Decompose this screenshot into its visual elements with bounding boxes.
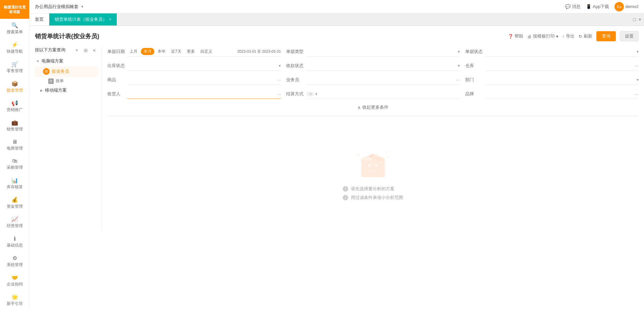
- avatar: Ea: [614, 2, 624, 11]
- outbound-control[interactable]: ▾: [127, 61, 281, 71]
- collapse-arrow-icon: ∧: [358, 105, 361, 110]
- sidebar-item-search[interactable]: 🔍 搜索菜单: [0, 19, 29, 38]
- logo-text: 畅捷通好生意 标准版: [1, 5, 28, 14]
- sidebar-item-newbie[interactable]: 🌟 新手引导: [0, 291, 29, 310]
- shortcut-icon: ⚡: [1, 42, 28, 48]
- body-layout: 按以下方案查询 + ◎ « ▼ 电脑端方案 按: [35, 47, 639, 230]
- sidebar-item-wholesale[interactable]: 📦 批发管理: [0, 77, 29, 97]
- sidebar-item-cooperation[interactable]: 🤝 企业协同: [0, 271, 29, 291]
- filter-payment-status: 收款状态 ▾: [286, 61, 460, 71]
- salesperson-control[interactable]: ···: [306, 75, 460, 85]
- sidebar-item-system[interactable]: ⚙ 系统管理: [0, 252, 29, 271]
- svg-rect-0: [361, 159, 385, 177]
- date-tabs: 上月 本月 本年 近7天 更多 自定义: [127, 48, 214, 55]
- filter-row-4: 收货人 ··· 结算方式 ×: [107, 89, 639, 99]
- tree-sub-order[interactable]: 按 按单: [35, 77, 98, 85]
- collapse-panel-btn[interactable]: «: [91, 47, 98, 53]
- tab-sales-summary[interactable]: 销货单统计表（按业务员） ×: [49, 13, 117, 25]
- tag-close-btn[interactable]: ×: [310, 92, 312, 96]
- tree-desktop-parent[interactable]: ▼ 电脑端方案: [35, 56, 98, 66]
- step-1-number: 1: [343, 186, 348, 192]
- help-btn[interactable]: ❓ 帮助: [508, 33, 523, 39]
- sidebar-item-finance[interactable]: 💰 资金管理: [0, 193, 29, 213]
- left-panel: 按以下方案查询 + ◎ « ▼ 电脑端方案 按: [35, 47, 102, 230]
- doc-type-arrow-icon: ▾: [458, 49, 460, 54]
- warehouse-control[interactable]: ···: [485, 61, 639, 71]
- brand-control[interactable]: ···: [485, 89, 639, 99]
- empty-step-1: 1 请先选择要分析的方案: [343, 186, 403, 192]
- edit-scheme-btn[interactable]: ◎: [82, 47, 89, 53]
- sidebar-item-marketing[interactable]: 📢 营销推广: [0, 97, 29, 116]
- tabs-right: □ ×: [630, 13, 644, 25]
- sidebar-item-operation[interactable]: 📈 经营管理: [0, 213, 29, 232]
- date-tab-custom[interactable]: 自定义: [198, 48, 214, 55]
- salesperson-label: 业务员: [286, 77, 304, 83]
- empty-box-svg: [353, 147, 393, 180]
- payment-method-label: 结算方式: [286, 91, 304, 97]
- refresh-btn[interactable]: ↻ 刷新: [579, 33, 592, 39]
- product-control[interactable]: ···: [127, 75, 281, 85]
- query-btn[interactable]: 查询: [596, 31, 616, 41]
- sidebar-item-basic[interactable]: ℹ 基础信息: [0, 232, 29, 252]
- help-icon: ❓: [508, 34, 513, 39]
- filter-row-2: 出库状态 ▾ 收款状态 ▾: [107, 61, 639, 71]
- receiver-dots-icon[interactable]: ···: [277, 91, 281, 97]
- doc-status-control[interactable]: ▾: [485, 47, 639, 57]
- desktop-arrow-icon: ▼: [36, 59, 40, 63]
- collapse-btn[interactable]: ∧ 收起更多条件: [354, 103, 392, 112]
- step-2-number: 2: [343, 195, 348, 200]
- warehouse-label: 仓库: [465, 63, 483, 69]
- sidebar-item-ecommerce[interactable]: 🖥 电商管理: [0, 136, 29, 155]
- app-download-btn[interactable]: 📱 App下载: [586, 4, 609, 10]
- filter-date: 单据日期 上月 本月 本年 近7天 更多 自定义: [107, 47, 281, 57]
- payment-control[interactable]: ▾: [306, 61, 460, 71]
- message-btn[interactable]: 💬 消息: [565, 4, 581, 10]
- doc-type-label: 单据类型: [286, 49, 304, 55]
- salesperson-scheme-icon: 按: [43, 68, 50, 75]
- sidebar-item-inventory[interactable]: 📊 库存核算: [0, 174, 29, 193]
- home-tab-label: 首页: [35, 16, 44, 22]
- app-icon: 📱: [586, 4, 591, 9]
- empty-step-2: 2 用过滤条件来缩小分析范围: [343, 195, 403, 201]
- topbar: 办公用品行业模拟账套 ▾ 💬 消息 📱 App下载 Ea demo2: [30, 0, 644, 13]
- date-tab-last-month[interactable]: 上月: [127, 48, 140, 55]
- department-control[interactable]: ▾: [485, 75, 639, 85]
- department-label: 部门: [465, 77, 483, 83]
- mobile-label: 移动端方案: [45, 87, 67, 93]
- sidebar-item-sales[interactable]: 💼 销售管理: [0, 116, 29, 136]
- topbar-dropdown-icon[interactable]: ▾: [81, 4, 84, 9]
- export-btn[interactable]: ↑ 导出: [562, 33, 575, 39]
- payment-arrow-icon: ▾: [458, 63, 460, 68]
- filter-outbound-status: 出库状态 ▾: [107, 61, 281, 71]
- doc-type-control[interactable]: ▾: [306, 47, 460, 57]
- desktop-label: 电脑端方案: [42, 58, 63, 64]
- product-dots-icon: ···: [277, 77, 281, 83]
- sidebar-item-purchase[interactable]: 🛍 采购管理: [0, 155, 29, 174]
- tab-close-btn[interactable]: ×: [109, 17, 111, 22]
- tab-home[interactable]: 首页: [30, 13, 49, 25]
- tree-mobile-parent[interactable]: ▶ 移动端方案: [35, 85, 98, 95]
- tab-close-all-btn[interactable]: ×: [639, 17, 641, 22]
- marketing-icon: 📢: [1, 100, 28, 106]
- filter-department: 部门 ▾: [465, 75, 639, 85]
- outbound-label: 出库状态: [107, 63, 125, 69]
- date-tab-this-month[interactable]: 本月: [141, 48, 154, 55]
- receiver-input[interactable]: [127, 91, 277, 96]
- sidebar-item-shortcut[interactable]: ⚡ 快捷导航: [0, 38, 29, 58]
- settings-btn[interactable]: 设置: [620, 31, 639, 41]
- main-content: 销货单统计表(按业务员) ❓ 帮助 🖨 按模板打印 ▾ ↑ 导出: [30, 26, 644, 310]
- user-area[interactable]: Ea demo2: [614, 2, 639, 11]
- print-btn[interactable]: 🖨 按模板打印 ▾: [527, 33, 558, 39]
- department-arrow-icon: ▾: [637, 78, 639, 82]
- doc-status-label: 单据状态: [465, 49, 483, 55]
- add-scheme-btn[interactable]: +: [73, 47, 80, 53]
- receiver-label: 收货人: [107, 91, 125, 97]
- date-tab-this-year[interactable]: 本年: [156, 48, 168, 55]
- tab-restore-btn[interactable]: □: [633, 17, 636, 22]
- date-tab-more[interactable]: 更多: [185, 48, 197, 55]
- filter-product: 商品 ···: [107, 75, 281, 85]
- payment-method-arrow-icon[interactable]: ▾: [315, 92, 317, 96]
- sidebar-item-retail[interactable]: 🛒 零售管理: [0, 58, 29, 77]
- date-tab-7days[interactable]: 近7天: [169, 48, 183, 55]
- tree-child-salesperson[interactable]: 按 按业务员: [35, 66, 98, 77]
